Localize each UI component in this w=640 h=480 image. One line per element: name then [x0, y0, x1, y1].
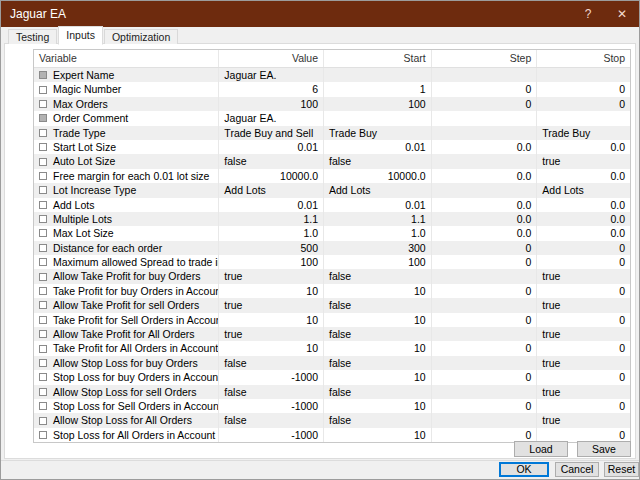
cell-stop[interactable]: 0.0	[536, 169, 630, 183]
cell-stop[interactable]: 0	[536, 82, 630, 96]
optimize-checkbox[interactable]	[39, 143, 47, 151]
table-row[interactable]: Allow Stop Loss for sell Ordersfalsefals…	[34, 385, 630, 399]
header-start[interactable]: Start	[323, 50, 431, 67]
cell-stop[interactable]	[536, 111, 630, 125]
cell-stop[interactable]: 0	[536, 241, 630, 255]
optimize-checkbox[interactable]	[39, 244, 47, 252]
optimize-checkbox[interactable]	[39, 229, 47, 237]
cell-stop[interactable]: Add Lots	[536, 183, 630, 197]
cell-value[interactable]: false	[218, 413, 323, 427]
ok-button[interactable]: OK	[499, 462, 549, 477]
cell-stop[interactable]: true	[536, 298, 630, 312]
cell-step[interactable]	[431, 154, 537, 168]
cell-start[interactable]: false	[323, 413, 431, 427]
cell-value[interactable]: Jaguar EA.	[218, 111, 323, 125]
cell-value[interactable]: false	[218, 356, 323, 370]
cell-value[interactable]: 10000.0	[218, 169, 323, 183]
cell-step[interactable]: 0.0	[431, 198, 537, 212]
cell-step[interactable]: 0	[431, 255, 537, 269]
cell-step[interactable]: 0.0	[431, 140, 537, 154]
table-row[interactable]: Maximum allowed Spread to trade in point…	[34, 255, 630, 269]
header-stop[interactable]: Stop	[536, 50, 630, 67]
reset-button[interactable]: Reset	[604, 462, 639, 477]
load-button[interactable]: Load	[514, 441, 568, 457]
cell-value[interactable]: Jaguar EA.	[218, 68, 323, 82]
cell-value[interactable]: true	[218, 269, 323, 283]
cell-stop[interactable]: true	[536, 154, 630, 168]
cell-stop[interactable]: true	[536, 327, 630, 341]
optimize-checkbox[interactable]	[39, 330, 47, 338]
cell-value[interactable]: 0.01	[218, 140, 323, 154]
cell-stop[interactable]: true	[536, 269, 630, 283]
cell-start[interactable]: 1	[323, 82, 431, 96]
header-value[interactable]: Value	[218, 50, 323, 67]
optimize-checkbox[interactable]	[39, 258, 47, 266]
cell-start[interactable]: 10	[323, 284, 431, 298]
cell-start[interactable]: 10	[323, 313, 431, 327]
optimize-checkbox[interactable]	[39, 100, 47, 108]
cell-step[interactable]	[431, 111, 537, 125]
cell-stop[interactable]: 0	[536, 255, 630, 269]
cell-value[interactable]: -1000	[218, 428, 323, 442]
optimize-checkbox[interactable]	[39, 388, 47, 396]
cell-step[interactable]	[431, 298, 537, 312]
table-row[interactable]: Take Profit for Sell Orders in Account C…	[34, 313, 630, 327]
tab-inputs[interactable]: Inputs	[58, 26, 103, 45]
cell-step[interactable]	[431, 68, 537, 82]
cell-stop[interactable]: 0	[536, 97, 630, 111]
table-row[interactable]: Trade TypeTrade Buy and SellTrade BuyTra…	[34, 126, 630, 140]
table-row[interactable]: Max Lot Size1.01.00.00.0	[34, 226, 630, 240]
cell-stop[interactable]: 0	[536, 428, 630, 442]
optimize-checkbox[interactable]	[39, 359, 47, 367]
optimize-checkbox[interactable]	[39, 273, 47, 281]
cell-step[interactable]: 0	[431, 284, 537, 298]
table-row[interactable]: Free margin for each 0.01 lot size10000.…	[34, 169, 630, 183]
optimize-checkbox[interactable]	[39, 215, 47, 223]
cell-step[interactable]	[431, 269, 537, 283]
cell-step[interactable]	[431, 327, 537, 341]
cell-stop[interactable]	[536, 68, 630, 82]
table-row[interactable]: Stop Loss for Sell Orders in Account Cur…	[34, 399, 630, 413]
cell-step[interactable]	[431, 385, 537, 399]
cell-value[interactable]: Add Lots	[218, 183, 323, 197]
cell-stop[interactable]: true	[536, 413, 630, 427]
cell-start[interactable]: false	[323, 385, 431, 399]
cell-value[interactable]: Trade Buy and Sell	[218, 126, 323, 140]
table-row[interactable]: Allow Take Profit for buy Orderstruefals…	[34, 269, 630, 283]
cell-value[interactable]: true	[218, 298, 323, 312]
cancel-button[interactable]: Cancel	[555, 462, 599, 477]
header-variable[interactable]: Variable	[34, 50, 218, 67]
optimize-checkbox[interactable]	[39, 402, 47, 410]
cell-step[interactable]: 0	[431, 82, 537, 96]
cell-step[interactable]: 0	[431, 399, 537, 413]
cell-value[interactable]: -1000	[218, 399, 323, 413]
optimize-checkbox[interactable]	[39, 86, 47, 94]
cell-start[interactable]: 10	[323, 341, 431, 355]
cell-stop[interactable]: 0.0	[536, 226, 630, 240]
cell-start[interactable]: 0.01	[323, 140, 431, 154]
cell-stop[interactable]: 0	[536, 313, 630, 327]
table-row[interactable]: Multiple Lots1.11.10.00.0	[34, 212, 630, 226]
cell-stop[interactable]: true	[536, 385, 630, 399]
cell-step[interactable]: 0	[431, 370, 537, 384]
cell-step[interactable]	[431, 183, 537, 197]
cell-value[interactable]: 1.0	[218, 226, 323, 240]
cell-start[interactable]: 0.01	[323, 198, 431, 212]
cell-stop[interactable]: 0	[536, 284, 630, 298]
cell-start[interactable]: 1.0	[323, 226, 431, 240]
optimize-checkbox[interactable]	[39, 316, 47, 324]
cell-start[interactable]: Add Lots	[323, 183, 431, 197]
cell-value[interactable]: 0.01	[218, 198, 323, 212]
cell-start[interactable]: 100	[323, 97, 431, 111]
optimize-checkbox[interactable]	[39, 129, 47, 137]
cell-start[interactable]: 300	[323, 241, 431, 255]
cell-step[interactable]: 0	[431, 313, 537, 327]
cell-start[interactable]: 10	[323, 399, 431, 413]
table-row[interactable]: Expert NameJaguar EA.	[34, 68, 630, 82]
table-row[interactable]: Stop Loss for All Orders in Account Curr…	[34, 428, 630, 442]
cell-value[interactable]: 100	[218, 97, 323, 111]
cell-step[interactable]: 0.0	[431, 169, 537, 183]
save-button[interactable]: Save	[577, 441, 631, 457]
cell-value[interactable]: 500	[218, 241, 323, 255]
header-step[interactable]: Step	[431, 50, 537, 67]
